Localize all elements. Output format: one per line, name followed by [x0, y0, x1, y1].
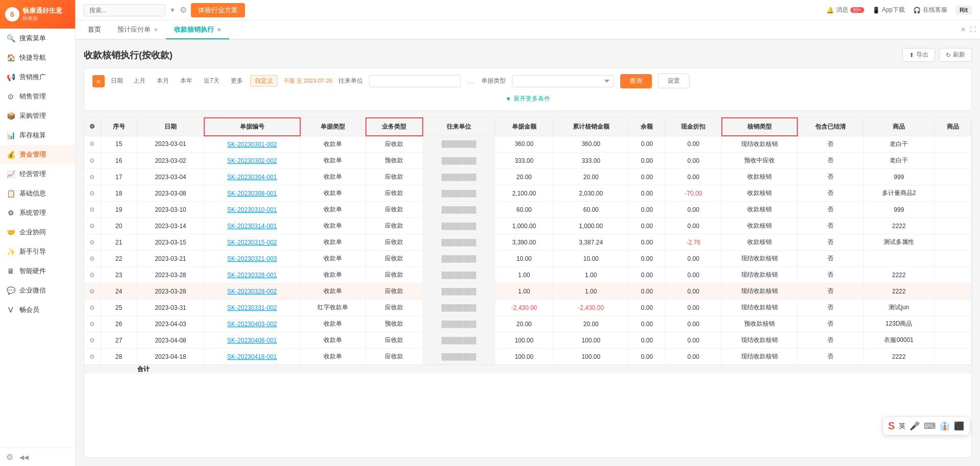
gear-icon[interactable]: ⚙	[180, 5, 187, 15]
expand-more-button[interactable]: ▼ 展开更多条件	[501, 92, 554, 105]
sidebar-item-search[interactable]: 🔍 搜索菜单	[0, 29, 75, 48]
sidebar-item-system[interactable]: ⚙ 系统管理	[0, 203, 75, 223]
date-btn-last-month[interactable]: 上月	[129, 76, 150, 86]
th-balance: 余额	[629, 118, 666, 136]
sidebar-item-inventory[interactable]: 📊 库存核算	[0, 126, 75, 145]
date-btn-this-month[interactable]: 本月	[153, 76, 173, 86]
page-title-row: 收款核销执行(按收款) ⬆ 导出 ↻ 刷新	[84, 48, 972, 62]
cell-settings[interactable]: ⚙	[84, 300, 101, 316]
tab-home[interactable]: 首页	[80, 21, 109, 39]
date-btn-more[interactable]: 更多	[227, 76, 247, 86]
cell-settings[interactable]: ⚙	[84, 202, 101, 218]
cell-include-cleared: 否	[797, 267, 864, 283]
th-biz-type: 业务类型	[366, 118, 423, 136]
sidebar-item-basic[interactable]: 📋 基础信息	[0, 184, 75, 203]
cell-discount: 0.00	[665, 169, 722, 185]
tab-collection-close[interactable]: ✕	[217, 27, 221, 33]
cell-settings[interactable]: ⚙	[84, 283, 101, 300]
sidebar-item-finance[interactable]: 💰 资金管理	[0, 145, 75, 164]
sidebar-item-sales[interactable]: ⊙ 销售管理	[0, 87, 75, 106]
float-keyboard-icon[interactable]: ⌨	[924, 421, 936, 431]
cell-settings[interactable]: ⚙	[84, 267, 101, 283]
cell-settings[interactable]: ⚙	[84, 169, 101, 185]
cell-amount: 1,000.00	[495, 218, 553, 234]
cell-doc-no[interactable]: SK-20230328-001	[204, 267, 300, 283]
app-download-item[interactable]: 📱 App下载	[872, 6, 905, 14]
cell-doc-no[interactable]: SK-20230408-001	[204, 332, 300, 349]
customer-service-item[interactable]: 🎧 在线客服	[913, 6, 947, 14]
tab-prepay-close[interactable]: ✕	[154, 27, 158, 33]
cell-doc-no[interactable]: SK-20230314-001	[204, 218, 300, 234]
sidebar-item-quicknav[interactable]: 🏠 快捷导航	[0, 48, 75, 67]
sidebar-collapse-icon[interactable]: ◀◀	[19, 454, 29, 461]
cell-settings[interactable]: ⚙	[84, 332, 101, 349]
partner-input[interactable]	[369, 75, 461, 87]
doc-type-select[interactable]	[512, 75, 614, 87]
cell-doc-no[interactable]: SK-20230310-001	[204, 202, 300, 218]
sidebar-item-member[interactable]: V 畅会员	[0, 300, 75, 320]
cell-settings[interactable]: ⚙	[84, 349, 101, 365]
sidebar-item-hardware[interactable]: 🖥 智能硬件	[0, 261, 75, 281]
sidebar-item-guide[interactable]: ✨ 新手引导	[0, 242, 75, 261]
cell-settings[interactable]: ⚙	[84, 251, 101, 267]
close-icon[interactable]: ✕	[961, 26, 966, 33]
cell-product: 老白干	[863, 153, 934, 169]
sidebar-item-marketing[interactable]: 📢 营销推广	[0, 67, 75, 87]
expand-icon[interactable]: ⛶	[970, 26, 976, 33]
cell-doc-no[interactable]: SK-20230308-001	[204, 185, 300, 202]
user-avatar[interactable]: Rit	[955, 6, 972, 15]
cell-settings[interactable]: ⚙	[84, 316, 101, 332]
topbar: ▼ ⚙ 体验行业方案 🔔 消息 99+ 📱 App下载 🎧 在线客服 Rit	[76, 0, 980, 20]
cell-settings[interactable]: ⚙	[84, 218, 101, 234]
cell-doc-type: 收款单	[300, 332, 366, 349]
cell-doc-no[interactable]: SK-20230304-001	[204, 169, 300, 185]
cell-doc-no[interactable]: SK-20230403-002	[204, 316, 300, 332]
cell-cancel-type: 现结收款核销	[722, 283, 797, 300]
cell-amount: 1.00	[495, 267, 553, 283]
cell-doc-no[interactable]: SK-20230302-002	[204, 153, 300, 169]
sidebar-item-collab[interactable]: 🤝 企业协同	[0, 223, 75, 242]
cell-settings[interactable]: ⚙	[84, 153, 101, 169]
sidebar-settings-icon[interactable]: ⚙	[6, 452, 13, 462]
cell-settings[interactable]: ⚙	[84, 234, 101, 251]
date-btn-7days[interactable]: 近7天	[200, 76, 224, 86]
notifications-item[interactable]: 🔔 消息 99+	[826, 6, 864, 14]
date-btn-custom[interactable]: 自定义	[250, 75, 278, 87]
tab-collection[interactable]: 收款核销执行 ✕	[166, 21, 229, 39]
cell-doc-type: 收款单	[300, 316, 366, 332]
cell-product2	[935, 234, 971, 251]
cell-doc-no[interactable]: SK-20230418-001	[204, 349, 300, 365]
refresh-button[interactable]: ↻ 刷新	[939, 48, 972, 62]
cell-settings[interactable]: ⚙	[84, 136, 101, 153]
settings-filter-button[interactable]: 设置	[658, 73, 690, 88]
tab-prepay[interactable]: 预计应付单 ✕	[109, 21, 166, 39]
settings-col-icon[interactable]: ⚙	[89, 123, 95, 130]
cell-doc-no[interactable]: SK-20230301-002	[204, 136, 300, 153]
cell-settings[interactable]: ⚙	[84, 185, 101, 202]
cell-doc-no[interactable]: SK-20230328-002	[204, 283, 300, 300]
float-shirt-icon[interactable]: 👔	[940, 421, 950, 431]
cell-doc-no[interactable]: SK-20230321-003	[204, 251, 300, 267]
search-input[interactable]	[84, 4, 165, 16]
th-date: 日期	[137, 118, 204, 136]
th-settings[interactable]: ⚙	[84, 118, 101, 136]
float-grid-icon[interactable]: ⬛	[954, 421, 964, 431]
query-button[interactable]: 查询	[620, 74, 652, 88]
table-row: ⚙ 25 2023-03-31 SK-20230331-002 红字收款单 应收…	[84, 300, 971, 316]
solution-button[interactable]: 体验行业方案	[191, 3, 245, 17]
sidebar-item-purchase[interactable]: 📦 采购管理	[0, 106, 75, 126]
cell-date: 2023-04-18	[137, 349, 204, 365]
float-mic-icon[interactable]: 🎤	[910, 421, 920, 431]
cell-doc-no[interactable]: SK-20230331-002	[204, 300, 300, 316]
date-btn-this-year[interactable]: 本年	[176, 76, 197, 86]
dropdown-icon[interactable]: ▼	[169, 7, 176, 14]
cell-balance: 0.00	[629, 218, 666, 234]
cell-doc-no[interactable]: SK-20230315-002	[204, 234, 300, 251]
cell-partner: ████████	[423, 251, 495, 267]
filter-expand-btn[interactable]: »	[92, 75, 105, 87]
sidebar-item-wechat[interactable]: 💬 企业微信	[0, 281, 75, 300]
export-button[interactable]: ⬆ 导出	[902, 48, 935, 62]
date-range-display: 不限 至 2023-07-26	[284, 77, 332, 85]
sidebar-item-operations[interactable]: 📈 经营管理	[0, 164, 75, 184]
cell-include-cleared: 否	[797, 349, 864, 365]
